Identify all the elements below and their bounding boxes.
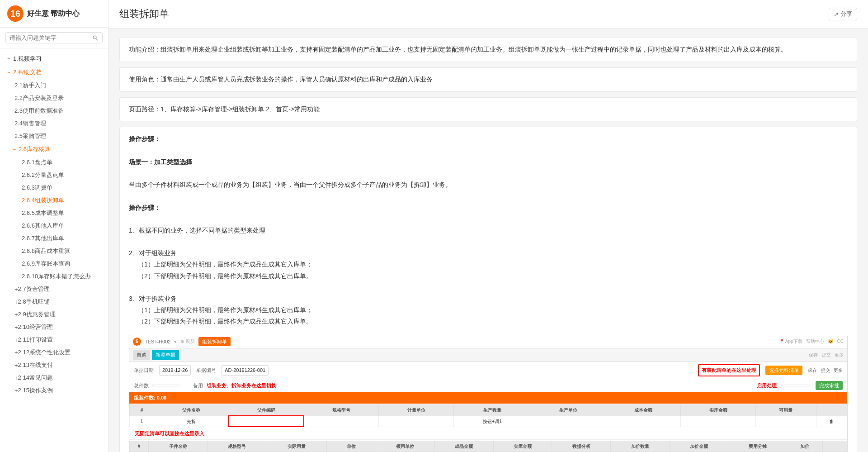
path-text: 页面路径：1、库存核算->库存管理->组装拆卸单 2、首页->常用功能 [129, 104, 848, 115]
annotation2: 组装业务、拆卸业务在这里切换 [207, 381, 276, 390]
nav-tree: + 1.视频学习 − 2.帮助文档 2.1新手入门 2.2产品安装及登录 2.3… [0, 48, 108, 452]
ss-num-label: 单据编号 [196, 366, 216, 375]
screenshot-inner: 6 TEST-H002 ▾ ⚙ 刷新 组装拆卸单 📍 App下载 帮助中心 🐱 … [129, 335, 847, 452]
page-title: 组装拆卸单 [119, 7, 169, 21]
search-input[interactable] [9, 34, 92, 41]
ss-logo: 6 [133, 338, 141, 346]
logo-icon: 16 [7, 5, 24, 22]
sidebar-item-other-in[interactable]: 2.6.6其他入库单 [0, 219, 108, 232]
plus-icon-ops: + [14, 324, 18, 331]
sidebar-item-finance[interactable]: + 2.7资金管理 [0, 283, 108, 295]
svg-point-0 [93, 36, 96, 39]
table-row: 1 光折 按钮+调1 🗑 [130, 416, 847, 427]
plus-icon-pay: + [14, 362, 18, 369]
step3-1: （1）上部明细为父件明细，最终作为原材料生成其它出库单； [138, 305, 848, 316]
sidebar-item-docs[interactable]: − 2.帮助文档 [0, 66, 108, 79]
sidebar-item-sales[interactable]: 2.4销售管理 [0, 117, 108, 130]
plus-icon-custom: + [14, 349, 18, 356]
sidebar-item-stock-query[interactable]: 2.6.9库存账本查询 [0, 257, 108, 270]
sidebar-item-assembly[interactable]: 2.6.4组装拆卸单 [0, 194, 108, 207]
plus-icon-coupon: + [14, 311, 18, 318]
sidebar-item-cases[interactable]: + 2.15操作案例 [0, 384, 108, 397]
share-button[interactable]: ↗ 分享 [829, 8, 857, 20]
steps-label: 操作步骤： [129, 204, 160, 211]
sidebar-item-mobile[interactable]: + 2.8手机旺铺 [0, 295, 108, 308]
step3: 3、对于拆装业务 [129, 293, 848, 305]
annotation4-container: 无固定清单可以直接在这里录入 [129, 428, 847, 439]
sidebar-item-coupon[interactable]: + 2.9优惠券管理 [0, 308, 108, 321]
search-icon [92, 35, 99, 41]
search-wrapper[interactable] [5, 32, 103, 43]
steps-block: 操作步骤： 场景一：加工类型选择 当由多个子件材料组装成一个成品的业务为【组装】… [119, 127, 857, 452]
screenshot-container: 6 TEST-H002 ▾ ⚙ 刷新 组装拆卸单 📍 App下载 帮助中心 🐱 … [129, 335, 848, 452]
lower-table-header: # 子件名称 规格型号 实际用量 单位 领用单位 成品金额 实库金额 数据分析 [130, 441, 847, 452]
step3-2: （2）下部明细为子件明细，最终作为产成品生成其它入库单。 [138, 316, 848, 327]
sidebar-item-cost-adjust[interactable]: 2.6.5成本调整单 [0, 207, 108, 219]
main-content: 组装拆卸单 ↗ 分享 功能介绍：组装拆卸单用来处理企业组装或拆卸等加工业务，支持… [108, 0, 868, 452]
ss-qty-row: 总件数 备用 组装业务、拆卸业务在这里切换 启用处理 完成审批 [129, 379, 847, 393]
sidebar-item-cost-calc[interactable]: 2.6.8商品成本重算 [0, 245, 108, 257]
step2-1: （1）上部明细为父件明细，最终作为产成品生成其它入库单； [138, 259, 848, 270]
brand-name: 好生意 帮助中心 [27, 9, 80, 19]
ss-date-label: 单据日期 [134, 366, 154, 375]
table-header-row: # 父件名称 父件编码 规格型号 计量单位 生产数量 生产单位 成本金额 实库金… [130, 405, 847, 416]
sidebar-item-install[interactable]: 2.2产品安装及登录 [0, 92, 108, 105]
plus-icon-mobile: + [14, 299, 18, 305]
sidebar-item-custom[interactable]: + 2.12系统个性化设置 [0, 346, 108, 359]
ss-topbar: 6 TEST-H002 ▾ ⚙ 刷新 组装拆卸单 📍 App下载 帮助中心 🐱 … [129, 335, 847, 349]
step2: 2、对于组装业务 [129, 247, 848, 259]
sidebar-item-other-out[interactable]: 2.6.7其他出库单 [0, 232, 108, 245]
sidebar-item-ops[interactable]: + 2.10经营管理 [0, 321, 108, 333]
minus-icon: − [7, 69, 10, 76]
search-box [0, 28, 108, 48]
annotation4: 无固定清单可以直接在这里录入 [135, 431, 204, 436]
sidebar-item-split[interactable]: 2.6.2分量盘点单 [0, 169, 108, 181]
sidebar-item-faq[interactable]: + 2.14常见问题 [0, 371, 108, 384]
content-area: 功能介绍：组装拆卸单用来处理企业组装或拆卸等加工业务，支持有固定装配清单的产品加… [108, 29, 868, 452]
ss-upper-table: # 父件名称 父件编码 规格型号 计量单位 生产数量 生产单位 成本金额 实库金… [129, 404, 847, 427]
scene1-title: 场景一：加工类型选择 [129, 158, 192, 166]
intro-block: 功能介绍：组装拆卸单用来处理企业组装或拆卸等加工业务，支持有固定装配清单的产品加… [119, 38, 857, 62]
ss-num-value: AD-20191226-001 [222, 365, 269, 376]
plus-icon-cases: + [14, 387, 18, 394]
ss-type-btn[interactable]: 选择元料清单 [765, 366, 802, 375]
annotation3: 启用处理 [757, 381, 777, 390]
ss-tab-row: 自购 新添单据 保存 提交 更多 [129, 348, 847, 362]
sidebar-item-print[interactable]: + 2.11打印设置 [0, 333, 108, 346]
scene1-desc: 当由多个子件材料组装成一个成品的业务为【组装】业务，当由一个父件拆分成多个子产品… [129, 179, 848, 190]
ss-tab-home[interactable]: 自购 [133, 350, 150, 360]
intro-text: 功能介绍：组装拆卸单用来处理企业组装或拆卸等加工业务，支持有固定装配清单的产品加… [129, 44, 848, 55]
ss-section-header: 组装件数: 0.00 [129, 392, 847, 404]
sidebar-item-data-prep[interactable]: 2.3使用前数据准备 [0, 105, 108, 117]
ss-lower-table-container: # 子件名称 规格型号 实际用量 单位 领用单位 成品金额 实库金额 数据分析 [129, 439, 847, 452]
sidebar-item-purchase[interactable]: 2.5采购管理 [0, 130, 108, 143]
sidebar-item-stock-error[interactable]: 2.6.10库存账本错了怎么办 [0, 270, 108, 283]
main-header: 组装拆卸单 ↗ 分享 [108, 0, 868, 29]
sidebar: 16 好生意 帮助中心 + 1.视频学习 − 2.帮助文档 2.1新手入门 2.… [0, 0, 108, 452]
sidebar-item-newbie[interactable]: 2.1新手入门 [0, 79, 108, 92]
path-block: 页面路径：1、库存核算->库存管理->组装拆卸单 2、首页->常用功能 [119, 97, 857, 122]
sidebar-item-online-pay[interactable]: + 2.13在线支付 [0, 359, 108, 371]
role-text: 使用角色：通常由生产人员或库管人员完成拆装业务的操作，库管人员确认原材料的出库和… [129, 74, 848, 85]
ss-topbar-btn: 组装拆卸单 [198, 337, 231, 347]
sidebar-item-inventory[interactable]: − 2.6库存核算 [0, 143, 108, 156]
role-block: 使用角色：通常由生产人员或库管人员完成拆装业务的操作，库管人员确认原材料的出库和… [119, 67, 857, 92]
plus-icon-faq: + [14, 375, 18, 381]
ss-lower-table: # 子件名称 规格型号 实际用量 单位 领用单位 成品金额 实库金额 数据分析 [129, 441, 847, 452]
sidebar-item-stocktake[interactable]: 2.6.1盘点单 [0, 156, 108, 169]
ss-date-value: 2019-12-26 [159, 365, 191, 376]
minus-orange-icon: − [13, 146, 16, 152]
ss-upper-table-container: # 父件名称 父件编码 规格型号 计量单位 生产数量 生产单位 成本金额 实库金… [129, 404, 847, 428]
steps-title: 操作步骤： [129, 135, 160, 143]
svg-line-1 [96, 38, 98, 40]
plus-icon-print: + [14, 337, 18, 343]
ss-submit-btn[interactable]: 完成审批 [816, 381, 843, 390]
sidebar-item-adjust[interactable]: 2.6.3调拨单 [0, 181, 108, 194]
ss-tab-new[interactable]: 新添单据 [152, 350, 179, 360]
annotation1: 有装配清单的在这里处理 [698, 364, 760, 376]
plus-icon-finance: + [14, 286, 18, 293]
ss-form-row: 单据日期 2019-12-26 单据编号 AD-20191226-001 有装配… [129, 362, 847, 379]
share-icon: ↗ [834, 11, 839, 18]
plus-icon: + [7, 56, 10, 62]
sidebar-item-videos[interactable]: + 1.视频学习 [0, 52, 108, 66]
